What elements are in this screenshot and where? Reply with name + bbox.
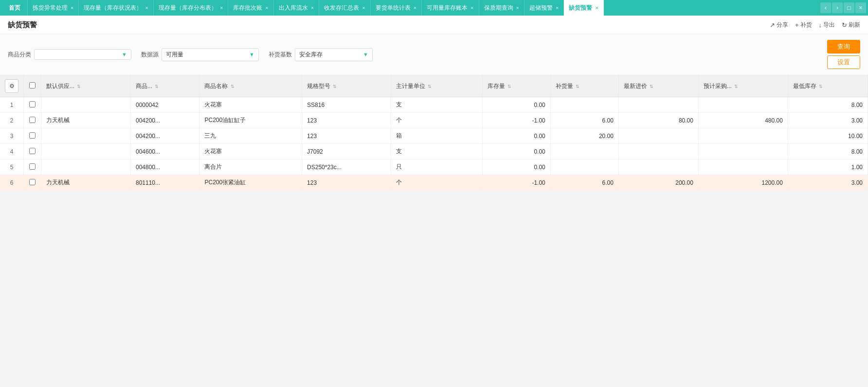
row-check-4[interactable] — [29, 148, 36, 154]
refresh-action[interactable]: ↻ 刷新 — [842, 21, 860, 29]
export-action[interactable]: ↓ 导出 — [819, 21, 835, 29]
datasource-label: 数据源 — [141, 51, 159, 59]
select-all-checkbox[interactable] — [29, 82, 36, 88]
tab-expiry[interactable]: 保质期查询× — [479, 0, 524, 16]
row-minstock-3: 10.00 — [788, 128, 868, 144]
table-row[interactable]: 1 0000042 火花塞 SS816 支 0.00 8.00 — [0, 97, 868, 113]
col-replenish-qty[interactable]: 补货量 ⇅ — [550, 75, 618, 97]
row-stock-5: 0.00 — [482, 159, 550, 175]
tab-close-icon-overstock[interactable]: × — [556, 5, 559, 11]
row-checkbox-5[interactable] — [24, 159, 41, 175]
row-code-5: 004800... — [130, 159, 199, 175]
row-check-3[interactable] — [29, 132, 36, 139]
tab-available-ledger[interactable]: 可用量库存账本× — [422, 0, 479, 16]
tab-close-icon-exception[interactable]: × — [71, 5, 73, 11]
table-row[interactable]: 6 力天机械 801110... PC200张紧油缸 123 个 -1.00 6… — [0, 175, 868, 191]
row-checkbox-2[interactable] — [24, 113, 41, 128]
category-select[interactable]: ▼ — [34, 49, 131, 60]
tab-order-stats[interactable]: 要货单统计表× — [371, 0, 422, 16]
row-spec-2: 123 — [302, 113, 391, 128]
tab-overstock[interactable]: 超储预警× — [524, 0, 564, 16]
col-unit[interactable]: 主计量单位 ⇅ — [391, 75, 482, 97]
sort-replenish-icon: ⇅ — [576, 84, 579, 89]
datasource-select[interactable]: 可用量 ▼ — [162, 48, 259, 61]
col-goods-name[interactable]: 商品名称 ⇅ — [199, 75, 302, 97]
tab-home[interactable]: 首页 — [2, 0, 28, 16]
prev-tab-button[interactable]: ‹ — [820, 2, 831, 13]
col-gear[interactable]: ⚙ — [0, 75, 24, 97]
category-label: 商品分类 — [8, 51, 31, 59]
table-row[interactable]: 2 力天机械 004200... PC200油缸缸子 123 个 -1.00 6… — [0, 113, 868, 128]
row-checkbox-3[interactable] — [24, 128, 41, 144]
tab-close-icon-collect-summary[interactable]: × — [362, 5, 365, 11]
tab-stock-status[interactable]: 现存量（库存状况表）× — [79, 0, 153, 16]
tab-exception[interactable]: 拣货异常处理× — [28, 0, 79, 16]
tab-shortage[interactable]: 缺货预警× — [564, 0, 603, 16]
row-spec-6: 123 — [302, 175, 391, 191]
col-latest-price[interactable]: 最新进价 ⇅ — [618, 75, 698, 97]
tab-collect-summary[interactable]: 收发存汇总表× — [319, 0, 370, 16]
table-header-row: ⚙ 默认供应... ⇅ 商品... ⇅ 商品名称 ⇅ — [0, 75, 868, 97]
tab-inout-flow[interactable]: 出入库流水× — [274, 0, 319, 16]
col-stock-qty[interactable]: 库存量 ⇅ — [482, 75, 550, 97]
tab-close-icon-batch[interactable]: × — [265, 5, 268, 11]
gear-icon[interactable]: ⚙ — [5, 79, 18, 93]
share-icon: ↗ — [770, 21, 775, 29]
datasource-filter-group: 数据源 可用量 ▼ — [141, 48, 259, 61]
tab-close-icon-stock-dist[interactable]: × — [220, 5, 223, 11]
sort-stock-icon: ⇅ — [507, 84, 511, 89]
sort-min-stock-icon: ⇅ — [819, 84, 823, 89]
row-stock-1: 0.00 — [482, 97, 550, 113]
row-check-5[interactable] — [29, 163, 36, 170]
row-check-6[interactable] — [29, 179, 36, 185]
table-row[interactable]: 4 004600... 火花塞 J7092 支 0.00 8.00 — [0, 144, 868, 159]
col-min-stock[interactable]: 最低库存 ⇅ — [788, 75, 868, 97]
row-check-2[interactable] — [29, 117, 36, 123]
row-check-1[interactable] — [29, 101, 36, 107]
row-unit-1: 支 — [391, 97, 482, 113]
tab-stock-dist[interactable]: 现存量（库存分布表）× — [154, 0, 228, 16]
tab-close-icon-stock-status[interactable]: × — [145, 5, 148, 11]
filter-bar: 商品分类 ▼ 数据源 可用量 ▼ 补货基数 安全库存 ▼ 查询 设置 — [0, 34, 868, 75]
row-replenish-5 — [550, 159, 618, 175]
replenish-action[interactable]: + 补货 — [795, 21, 812, 29]
row-stock-6: -1.00 — [482, 175, 550, 191]
table-row[interactable]: 5 004800... 离合片 DS250*23c... 只 0.00 1.00 — [0, 159, 868, 175]
row-minstock-5: 1.00 — [788, 159, 868, 175]
filter-actions: 查询 设置 — [827, 40, 860, 69]
col-default-supplier[interactable]: 默认供应... ⇅ — [41, 75, 131, 97]
col-checkbox — [24, 75, 41, 97]
row-stock-2: -1.00 — [482, 113, 550, 128]
col-goods-code[interactable]: 商品... ⇅ — [130, 75, 199, 97]
next-tab-button[interactable]: › — [832, 2, 843, 13]
col-estimated-purchase[interactable]: 预计采购... ⇅ — [698, 75, 788, 97]
row-code-1: 0000042 — [130, 97, 199, 113]
row-minstock-2: 3.00 — [788, 113, 868, 128]
export-icon: ↓ — [819, 21, 822, 29]
query-button[interactable]: 查询 — [827, 40, 860, 53]
share-action[interactable]: ↗ 分享 — [770, 21, 788, 29]
tab-close-icon-order-stats[interactable]: × — [414, 5, 416, 11]
row-unit-6: 个 — [391, 175, 482, 191]
row-estimated-4 — [698, 144, 788, 159]
close-window-button[interactable]: × — [855, 2, 866, 13]
row-checkbox-1[interactable] — [24, 97, 41, 113]
datasource-chevron-icon: ▼ — [249, 52, 254, 57]
tab-batch[interactable]: 库存批次账× — [228, 0, 273, 16]
tab-close-icon-shortage[interactable]: × — [595, 5, 598, 11]
replenish-base-select[interactable]: 安全库存 ▼ — [295, 48, 373, 61]
restore-window-button[interactable]: □ — [844, 2, 854, 13]
row-code-3: 004200... — [130, 128, 199, 144]
row-replenish-3: 20.00 — [550, 128, 618, 144]
table-container: ⚙ 默认供应... ⇅ 商品... ⇅ 商品名称 ⇅ — [0, 75, 868, 191]
row-checkbox-4[interactable] — [24, 144, 41, 159]
tab-close-icon-inout-flow[interactable]: × — [311, 5, 314, 11]
row-replenish-4 — [550, 144, 618, 159]
tab-close-icon-available-ledger[interactable]: × — [470, 5, 473, 11]
tab-close-icon-expiry[interactable]: × — [516, 5, 519, 11]
settings-button[interactable]: 设置 — [827, 55, 860, 69]
refresh-icon: ↻ — [842, 21, 847, 29]
table-row[interactable]: 3 004200... 三九 123 箱 0.00 20.00 10.00 — [0, 128, 868, 144]
col-spec-model[interactable]: 规格型号 ⇅ — [302, 75, 391, 97]
row-checkbox-6[interactable] — [24, 175, 41, 191]
